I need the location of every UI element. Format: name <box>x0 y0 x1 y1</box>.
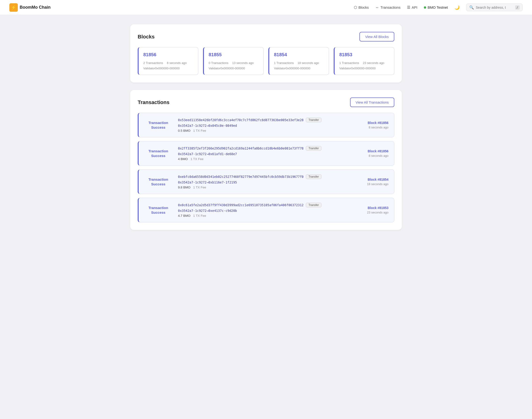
block-card[interactable]: 81855 0 Transactions 13 seconds ago Vali… <box>203 47 264 75</box>
tx-amount: 0.5 BMO 1 TX Fee <box>178 129 352 132</box>
tx-fee: 1 TX Fee <box>193 186 206 189</box>
tx-row[interactable]: TransactionSuccess 0x53eed11358e426bf20f… <box>138 113 394 137</box>
tx-row[interactable]: TransactionSuccess 0xebfc0da6558d0d341eb… <box>138 170 394 194</box>
tx-status-label: TransactionSuccess <box>149 120 168 130</box>
search-bar[interactable]: 🔍 / <box>466 3 523 11</box>
block-time: 8 seconds ago <box>167 61 187 65</box>
block-meta: 0 Transactions 13 seconds ago <box>209 61 259 65</box>
block-time: 23 seconds ago <box>363 61 384 65</box>
api-icon: ☰ <box>407 5 410 10</box>
tx-row[interactable]: TransactionSuccess 0x0c61a5fe2a2d5d37f9f… <box>138 198 394 223</box>
tx-row[interactable]: TransactionSuccess 0x2ff3385f2ef3f266e29… <box>138 141 394 166</box>
tx-type-badge: Transfer <box>306 118 321 122</box>
theme-toggle[interactable]: 🌙 <box>455 5 460 10</box>
block-meta: 1 Transactions 23 seconds ago <box>339 61 389 65</box>
block-card[interactable]: 81856 2 Transactions 8 seconds ago Valid… <box>138 47 198 75</box>
logo-text: BoomMo Chain <box>20 5 51 10</box>
main-content: Blocks View All Blocks 81856 2 Transacti… <box>126 24 406 230</box>
network-dot <box>424 6 426 9</box>
nav-label-blocks: Blocks <box>358 5 369 9</box>
transactions-section: Transactions View All Transactions Trans… <box>130 90 402 230</box>
tx-time: 8 seconds ago <box>358 126 389 129</box>
block-tx-count: 0 Transactions <box>209 61 228 65</box>
logo[interactable]: ⚡ BoomMo Chain <box>9 3 51 12</box>
blocks-grid: 81856 2 Transactions 8 seconds ago Valid… <box>138 47 394 75</box>
tx-block-info: Block #81853 23 seconds ago <box>358 206 389 214</box>
tx-fee: 1 TX Fee <box>193 214 206 217</box>
view-all-transactions-button[interactable]: View All Transactions <box>350 97 394 107</box>
tx-block-info: Block #81854 18 seconds ago <box>358 178 389 186</box>
tx-status-box: TransactionSuccess <box>144 203 172 217</box>
tx-time: 23 seconds ago <box>358 211 389 214</box>
tx-status-box: TransactionSuccess <box>144 174 172 189</box>
tx-block-info: Block #81856 8 seconds ago <box>358 121 389 129</box>
tx-block-num[interactable]: Block #81856 <box>358 149 389 153</box>
block-tx-count: 1 Transactions <box>339 61 359 65</box>
block-tx-count: 2 Transactions <box>143 61 163 65</box>
block-number: 81854 <box>274 52 324 57</box>
tx-status-label: TransactionSuccess <box>149 149 168 158</box>
tx-amount: 4.7 BMO 1 TX Fee <box>178 214 352 217</box>
nav-link-blocks[interactable]: ⬡ Blocks <box>354 5 369 10</box>
tx-addresses[interactable]: 0x3542a7-1c9272→0xe4137c-c9d20b <box>178 209 352 212</box>
nav-links: ⬡ Blocks ↔ Transactions ☰ API BMO Testne… <box>354 3 523 11</box>
block-validator: Validator0x000000-000000 <box>339 66 389 70</box>
block-validator: Validator0x000000-000000 <box>143 66 193 70</box>
tx-type-badge: Transfer <box>306 203 321 207</box>
transactions-title: Transactions <box>138 99 169 105</box>
search-icon: 🔍 <box>469 5 474 10</box>
nav-label-transactions: Transactions <box>380 5 400 9</box>
tx-details: 0xebfc0da6558d0d341eb02c25277460f82779e7… <box>178 174 352 189</box>
block-validator: Validator0x000000-000000 <box>274 66 324 70</box>
tx-time: 18 seconds ago <box>358 182 389 186</box>
nav-link-api[interactable]: ☰ API <box>407 5 417 10</box>
block-number: 81853 <box>339 52 389 57</box>
tx-block-num[interactable]: Block #81854 <box>358 178 389 181</box>
blocks-title: Blocks <box>138 34 154 40</box>
logo-icon: ⚡ <box>9 3 18 12</box>
tx-amount: 4 BMO 1 TX Fee <box>178 157 352 161</box>
block-validator: Validator0x000000-000000 <box>209 66 259 70</box>
block-number: 81855 <box>209 52 259 57</box>
tx-status-label: TransactionSuccess <box>149 206 168 215</box>
block-number: 81856 <box>143 52 193 57</box>
tx-hash[interactable]: 0x53eed11358e426bf20fd6c3cca4ef70c7c7fd8… <box>178 118 304 122</box>
search-shortcut: / <box>515 5 519 10</box>
tx-fee: 1 TX Fee <box>190 157 203 161</box>
tx-status-box: TransactionSuccess <box>144 118 172 132</box>
tx-addresses[interactable]: 0x3542a7-1c9272→0x045c0e-0849ed <box>178 124 352 128</box>
tx-hash[interactable]: 0x2ff3385f2ef3f266e295d902fa2cd169a1244f… <box>178 146 304 150</box>
tx-amount: 9.8 BMO 1 TX Fee <box>178 186 352 189</box>
tx-hash-row: 0x2ff3385f2ef3f266e295d902fa2cd169a1244f… <box>178 146 352 151</box>
blocks-icon: ⬡ <box>354 5 357 10</box>
tx-hash-row: 0xebfc0da6558d0d341eb02c25277460f82779e7… <box>178 174 352 179</box>
search-input[interactable] <box>476 6 513 9</box>
blocks-header: Blocks View All Blocks <box>138 32 394 41</box>
tx-addresses[interactable]: 0x3542a7-1c9272→0xb116e7-1f2195 <box>178 181 352 184</box>
block-time: 13 seconds ago <box>232 61 254 65</box>
block-card[interactable]: 81853 1 Transactions 23 seconds ago Vali… <box>334 47 394 75</box>
tx-block-info: Block #81856 8 seconds ago <box>358 149 389 157</box>
tx-fee: 1 TX Fee <box>193 129 206 132</box>
nav-label-api: API <box>412 5 417 9</box>
block-time: 18 seconds ago <box>298 61 319 65</box>
navbar: ⚡ BoomMo Chain ⬡ Blocks ↔ Transactions ☰… <box>0 0 532 15</box>
tx-details: 0x2ff3385f2ef3f266e295d902fa2cd169a1244f… <box>178 146 352 161</box>
nav-link-transactions[interactable]: ↔ Transactions <box>375 5 400 10</box>
view-all-blocks-button[interactable]: View All Blocks <box>359 32 394 41</box>
tx-type-badge: Transfer <box>306 174 321 179</box>
tx-block-num[interactable]: Block #81853 <box>358 206 389 210</box>
block-tx-count: 1 Transactions <box>274 61 294 65</box>
tx-type-badge: Transfer <box>306 146 321 151</box>
block-card[interactable]: 81854 1 Transactions 18 seconds ago Vali… <box>268 47 329 75</box>
transactions-icon: ↔ <box>375 5 379 10</box>
tx-addresses[interactable]: 0x3542a7-1c9272→0x61afd1-de68e7 <box>178 152 352 156</box>
tx-details: 0x53eed11358e426bf20fd6c3cca4ef70c7c7fd8… <box>178 118 352 132</box>
tx-status-label: TransactionSuccess <box>149 177 168 186</box>
tx-hash[interactable]: 0x0c61a5fe2a2d5d37f9ff430d3999ad2cc1e695… <box>178 203 304 207</box>
block-meta: 1 Transactions 18 seconds ago <box>274 61 324 65</box>
network-badge: BMO Testnet <box>424 5 448 9</box>
tx-block-num[interactable]: Block #81856 <box>358 121 389 125</box>
tx-hash[interactable]: 0xebfc0da6558d0d341eb02c25277460f82779e7… <box>178 175 304 179</box>
tx-status-box: TransactionSuccess <box>144 146 172 161</box>
